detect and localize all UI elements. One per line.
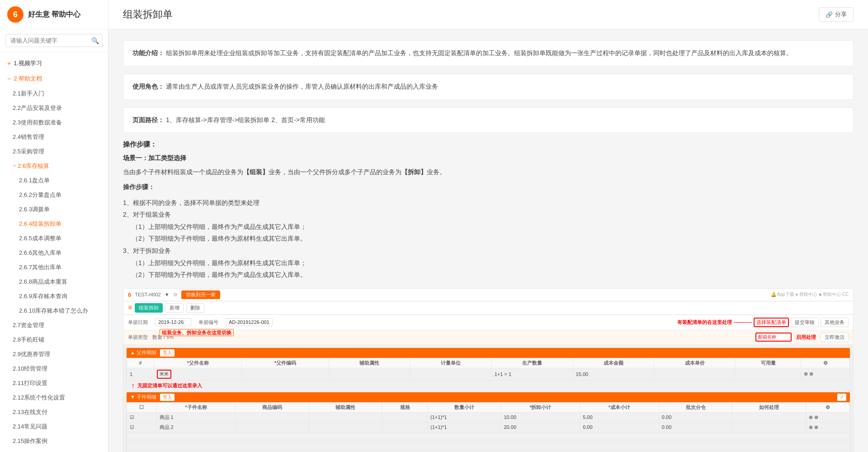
- sidebar-item-docs-22[interactable]: 2.2产品安装及登录: [0, 101, 108, 115]
- sidebar-item-docs-215[interactable]: 2.15操作案例: [0, 434, 108, 448]
- sidebar-item-docs-266[interactable]: 2.6.6其他入库单: [0, 246, 108, 260]
- mock-cell-unit: [410, 368, 491, 380]
- sidebar-item-docs-262[interactable]: 2.6.2分量盘点单: [0, 188, 108, 202]
- mock-bottom-table-header: ☐ *子件名称 商品编码 辅助属性 规格 数量小计 *拆卸小计 *成本小计 批次…: [127, 402, 850, 412]
- sidebar-item-video[interactable]: + 1.视频学习: [0, 56, 108, 71]
- mock-bcol-spec: 规格: [382, 402, 428, 412]
- sidebar-item-docs-29[interactable]: 2.9优惠券管理: [0, 347, 108, 362]
- sidebar-item-docs-263[interactable]: 2.6.3调拨单: [0, 202, 108, 217]
- role-block: 使用角色： 通常由生产人员或库管人员完成拆装业务的操作，库管人员确认原材料的出库…: [123, 74, 854, 100]
- mock-bottom-import-btn[interactable]: 导入: [160, 394, 175, 401]
- sidebar-item-docs-2610[interactable]: 2.6.10库存账本错了怎么办: [0, 304, 108, 318]
- mock-brow-qty: (1+1)*1: [427, 412, 500, 422]
- mock-top-table-section: ▲ 父件明细 导入 # *父件名称 *父件编码 辅助属性 计量单位 生产数量: [126, 347, 850, 392]
- mock-logo: 6: [128, 291, 131, 298]
- content-area: 功能介绍： 组装拆卸单用来处理企业组装或拆卸等加工业务，支持有固定装配清单的产品…: [108, 29, 868, 452]
- mock-cell-code: [241, 368, 329, 380]
- sidebar-item-docs-26[interactable]: − 2.6库存核算: [0, 159, 108, 173]
- mock-brow-ops: ⊕ ⊗: [806, 412, 849, 422]
- mock-cell-attr: [329, 368, 410, 380]
- sidebar-item-docs-21[interactable]: 2.1新手入门: [0, 86, 108, 101]
- app-title: 好生意 帮助中心: [28, 10, 80, 19]
- sidebar-item-docs-27[interactable]: 2.7资金管理: [0, 318, 108, 333]
- mock-cell-seq: 1: [127, 368, 154, 380]
- share-icon: 🔗: [826, 11, 833, 18]
- mock-col-attr: 辅助属性: [329, 358, 410, 368]
- sidebar-item-docs-211[interactable]: 2.11打印设置: [0, 376, 108, 390]
- step2-sub1: （1）上部明细为父件明细，最终作为产成品生成其它入库单；: [132, 221, 854, 233]
- mock-bottom-table-section: ▼ 子件明细 导入 ⤢ ☐ *子件名称 商品编码 辅助属性 规格: [126, 392, 850, 452]
- annotation4-text: 无固定清单可以通过这里录入: [137, 382, 202, 389]
- mock-bcol-name: *子件名称: [156, 402, 236, 412]
- share-button[interactable]: 🔗 分享: [819, 7, 854, 22]
- sidebar-item-docs-23[interactable]: 2.3使用前数据准备: [0, 115, 108, 130]
- mock-toolbar: ≡ 组装拆卸 新增 删除: [123, 301, 853, 315]
- mock-cell-ucost: [654, 368, 736, 380]
- mock-col-cost: 成本金额: [573, 358, 654, 368]
- sidebar-item-docs-28[interactable]: 2.8手机旺铺: [0, 333, 108, 347]
- search-box: 🔍: [0, 29, 108, 52]
- sidebar-item-docs-212[interactable]: 2.12系统个性化设置: [0, 390, 108, 405]
- mock-bcol-attr: 辅助属性: [309, 402, 382, 412]
- step3: 3、对于拆卸业务: [123, 245, 854, 257]
- mock-bottom-table: ☐ *子件名称 商品编码 辅助属性 规格 数量小计 *拆卸小计 *成本小计 批次…: [127, 402, 850, 452]
- mock-bom-btn[interactable]: 选择装配清单: [754, 318, 789, 327]
- expand-icon: +: [7, 60, 11, 67]
- sidebar-item-docs-267[interactable]: 2.6.7其他出库单: [0, 260, 108, 275]
- mock-cell-name-val: 米米: [157, 370, 171, 379]
- sidebar-item-docs-24[interactable]: 2.4销售管理: [0, 130, 108, 144]
- sidebar-item-docs-213[interactable]: 2.13在线支付: [0, 405, 108, 419]
- mock-brow-dis: 10.00: [501, 412, 580, 422]
- mock-no-val: AD-20191226-001: [226, 318, 273, 326]
- search-input[interactable]: [5, 34, 103, 47]
- mock-col-name: *父件名称: [154, 358, 241, 368]
- mock-activate-btn[interactable]: 立即激活: [821, 333, 849, 342]
- mock-sidebar-icon: ≡: [128, 304, 132, 312]
- sidebar-item-label: 1.视频学习: [14, 59, 42, 67]
- mock-col-qty: 生产数量: [491, 358, 573, 368]
- sidebar-item-docs-268[interactable]: 2.6.8商品成本重算: [0, 275, 108, 289]
- mock-top-section-header: ▲ 父件明细 导入: [127, 348, 850, 358]
- mock-no-label: 单据编号: [198, 319, 218, 326]
- mock-brow-ops: ⊕ ⊗: [806, 422, 849, 432]
- search-icon[interactable]: 🔍: [91, 37, 99, 44]
- sidebar-item-docs-269[interactable]: 2.6.9库存账本查询: [0, 289, 108, 304]
- mock-switch-btn[interactable]: 切换到另一家: [181, 290, 220, 299]
- mock-tab-assembly[interactable]: 组装拆卸: [135, 303, 163, 313]
- mock-expand-btn[interactable]: ⤢: [837, 394, 846, 401]
- annotation1-text: 有装配清单的在这里处理: [677, 319, 732, 326]
- annotation3-text: 启用处理: [796, 334, 816, 341]
- path-text: 1、库存核算->库存管理->组装拆卸单 2、首页->常用功能: [166, 116, 325, 124]
- mock-top-table-header: # *父件名称 *父件编码 辅助属性 计量单位 生产数量 成本金额 成本单价 可…: [127, 358, 850, 368]
- annotation2-text: 组装业务、拆卸业务在这里切换: [160, 329, 234, 336]
- mock-annotation4-row: ↑ 无固定清单可以通过这里录入: [127, 381, 850, 391]
- mock-top-section-title: ▲ 父件明细: [130, 349, 156, 357]
- sidebar-item-docs-261[interactable]: 2.6.1盘点单: [0, 173, 108, 188]
- mock-submit-btn[interactable]: 提交审核: [791, 318, 819, 327]
- mock-brow-cost: 0.00: [580, 422, 659, 432]
- ops-steps-label: 操作步骤：: [123, 140, 854, 149]
- mock-import-btn[interactable]: 导入: [160, 349, 175, 357]
- table-row: [127, 450, 850, 452]
- mock-cell-cost: 15.00: [573, 368, 654, 380]
- mock-col-seq: #: [127, 358, 154, 368]
- path-label: 页面路径：: [132, 116, 164, 124]
- sidebar-item-docs[interactable]: − 2.帮助文档: [0, 71, 108, 86]
- role-text: 通常由生产人员或库管人员完成拆装业务的操作，库管人员确认原材料的出库和产成品的入…: [166, 83, 438, 90]
- step3-sub: （1）上部明细为父件明细，最终作为原材料生成其它出库单； （2）下部明细为子件明…: [132, 257, 854, 281]
- mock-btn-new[interactable]: 新增: [165, 303, 184, 313]
- table-row: 1 米米 1+1 = 1 15.00: [127, 368, 850, 380]
- sidebar-header: 6 好生意 帮助中心: [0, 0, 108, 29]
- mock-activate-input[interactable]: 邮箱名称: [755, 333, 792, 342]
- mock-brow-code: [236, 412, 309, 422]
- mock-more-btn[interactable]: 其他业务: [821, 318, 849, 327]
- sidebar-item-docs-264[interactable]: 2.6.4组装拆卸单: [0, 217, 108, 231]
- mock-btn-delete[interactable]: 删除: [186, 303, 204, 313]
- sidebar-item-docs-25[interactable]: 2.5采购管理: [0, 144, 108, 159]
- mock-cell-avail: [736, 368, 801, 380]
- nav-list: + 1.视频学习 − 2.帮助文档 2.1新手入门 2.2产品安装及登录 2.3…: [0, 52, 108, 452]
- sidebar-item-docs-214[interactable]: 2.14常见问题: [0, 419, 108, 434]
- sidebar-item-docs-210[interactable]: 2.10经营管理: [0, 362, 108, 376]
- mock-brow-code: [236, 422, 309, 432]
- sidebar-item-docs-265[interactable]: 2.6.5成本调整单: [0, 231, 108, 246]
